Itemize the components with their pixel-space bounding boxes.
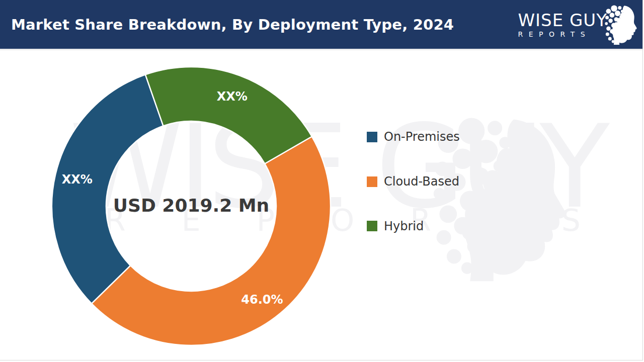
donut-slice-on-premises	[52, 74, 163, 303]
legend-item-on-premises: On-Premises	[367, 130, 460, 144]
legend-swatch-hybrid	[367, 221, 377, 231]
donut-chart: XX%46.0%XX%USD 2019.2 Mn	[40, 55, 342, 357]
report-page: Market Share Breakdown, By Deployment Ty…	[0, 0, 643, 360]
legend-item-cloud-based: Cloud-Based	[367, 174, 460, 189]
legend-label-on-premises: On-Premises	[384, 130, 460, 144]
header-bar: Market Share Breakdown, By Deployment Ty…	[0, 0, 642, 50]
head-silhouette-icon	[604, 4, 639, 46]
chart-legend: On-Premises Cloud-Based Hybrid	[367, 130, 460, 263]
donut-center-value: USD 2019.2 Mn	[113, 195, 269, 216]
brand-name: WISE GUY	[518, 12, 607, 29]
legend-swatch-cloud-based	[367, 176, 377, 187]
brand-logo: WISE GUY REPORTS	[518, 0, 639, 49]
slice-percentage-label: 46.0%	[241, 293, 283, 307]
legend-label-cloud-based: Cloud-Based	[384, 174, 459, 189]
donut-slice-cloud-based	[92, 137, 331, 346]
slice-percentage-label: XX%	[62, 172, 93, 187]
legend-item-hybrid: Hybrid	[367, 219, 460, 234]
brand-logo-text: WISE GUY REPORTS	[518, 12, 607, 38]
page-title: Market Share Breakdown, By Deployment Ty…	[0, 16, 454, 33]
slice-percentage-label: XX%	[217, 89, 248, 104]
legend-swatch-on-premises	[367, 132, 377, 142]
legend-label-hybrid: Hybrid	[384, 219, 424, 234]
brand-tagline: REPORTS	[518, 31, 591, 38]
donut-slice-hybrid	[145, 67, 312, 164]
